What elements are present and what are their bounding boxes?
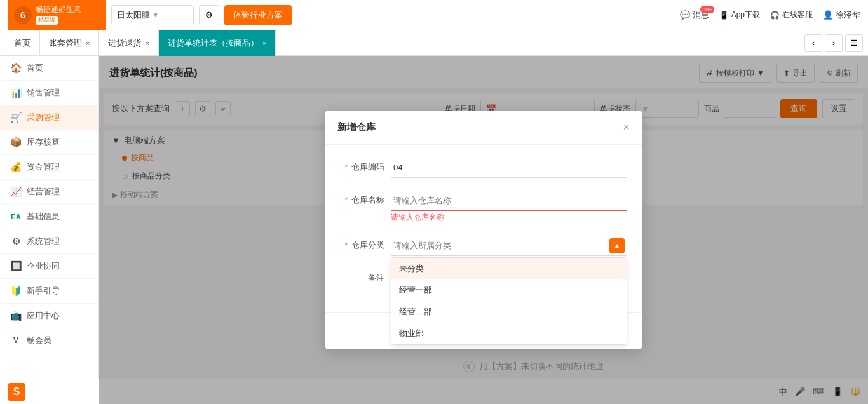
sidebar-item-label: 系统管理: [27, 236, 60, 247]
tab-purchase-return-close[interactable]: ×: [145, 39, 149, 47]
sidebar-item-system[interactable]: ⚙ 系统管理: [0, 229, 98, 254]
bottom-logo: S: [8, 383, 25, 401]
tab-purchase-return-label: 进货退货: [108, 37, 141, 49]
name-input[interactable]: [391, 191, 627, 211]
operations-icon: 📈: [10, 186, 22, 198]
logo-icon: 6: [14, 6, 32, 24]
sidebar-item-apps[interactable]: 📺 应用中心: [0, 304, 98, 328]
s-logo-icon: S: [8, 383, 25, 401]
logo-text: 畅捷通好生意 精易版: [36, 5, 81, 25]
code-field: [391, 158, 627, 178]
inventory-icon: 📦: [10, 137, 22, 148]
purchase-icon: 🛒: [10, 112, 22, 123]
add-warehouse-modal: 新增仓库 × * 仓库编码: [325, 111, 642, 349]
name-field: 请输入仓库名称: [391, 191, 627, 223]
tab-bar: 首页 账套管理 × 进货退货 × 进货单统计表（按商品） × ‹ › ☰: [0, 30, 868, 56]
modal-header: 新增仓库 ×: [325, 111, 642, 145]
tab-bar-controls: ‹ › ☰: [804, 34, 863, 52]
gear-icon: ⚙: [205, 10, 213, 20]
top-header: 6 畅捷通好生意 精易版 日太阳膜 ▼ ⚙ 体验行业方案 💬 消息 99+ 📱 …: [0, 0, 868, 30]
tab-purchase-stat-label: 进货单统计表（按商品）: [168, 37, 259, 49]
online-service-button[interactable]: 🎧 在线客服: [770, 10, 813, 20]
tab-purchase-return[interactable]: 进货退货 ×: [99, 30, 158, 56]
username-label: 徐泽华: [836, 10, 860, 21]
tab-account-label: 账套管理: [49, 37, 82, 49]
modal-close-button[interactable]: ×: [623, 121, 630, 134]
tab-purchase-stat[interactable]: 进货单统计表（按商品） ×: [159, 30, 276, 56]
sidebar-item-home[interactable]: 🏠 首页: [0, 56, 98, 81]
code-input[interactable]: [391, 158, 627, 178]
modal-overlay: 新增仓库 × * 仓库编码: [99, 56, 868, 404]
tab-home-label: 首页: [14, 37, 31, 49]
tab-account[interactable]: 账套管理 ×: [40, 30, 99, 56]
sidebar-item-operations[interactable]: 📈 经营管理: [0, 180, 98, 205]
main-layout: 🏠 首页 📊 销售管理 🛒 采购管理 📦 库存核算 💰 资金管理 📈 经: [0, 56, 868, 404]
guide-icon: 🔰: [10, 285, 22, 297]
home-icon: 🏠: [10, 62, 22, 74]
tab-purchase-stat-close[interactable]: ×: [262, 39, 266, 47]
sidebar-item-label: 经营管理: [27, 186, 60, 198]
store-name: 日太阳膜: [117, 10, 150, 21]
category-input[interactable]: [391, 236, 627, 256]
user-menu[interactable]: 👤 徐泽华: [823, 10, 860, 21]
sidebar-item-label: 基础信息: [27, 211, 60, 222]
tab-menu-button[interactable]: ☰: [845, 34, 863, 52]
sidebar-item-label: 资金管理: [27, 161, 60, 173]
name-label: * 仓库名称: [340, 191, 391, 206]
notification-button[interactable]: 💬 消息 99+: [680, 10, 709, 21]
sidebar-item-finance[interactable]: 💰 资金管理: [0, 155, 98, 180]
dropdown-item-dept3[interactable]: 物业部: [391, 323, 627, 344]
sidebar-item-label: 新手引导: [27, 285, 60, 297]
sidebar-item-label: 企业协同: [27, 260, 60, 272]
store-selector[interactable]: 日太阳膜 ▼: [111, 5, 194, 25]
warehouse-category-row: * 仓库分类 ▲ 未分类 经营一部 经营二部 物业部: [340, 236, 627, 256]
content-area: 进货单统计(按商品) 🖨 按模板打印 ▼ ⬆ 导出 ↻ 刷新 按以下方案查询: [99, 56, 868, 404]
note-label: 备注: [340, 269, 391, 284]
collab-icon: 🔲: [10, 260, 22, 272]
tab-prev-button[interactable]: ‹: [804, 34, 822, 52]
logo-area: 6 畅捷通好生意 精易版: [8, 0, 106, 30]
category-field: ▲ 未分类 经营一部 经营二部 物业部: [391, 236, 627, 256]
sales-icon: 📊: [10, 87, 22, 98]
trial-button[interactable]: 体验行业方案: [224, 5, 292, 25]
code-label: * 仓库编码: [340, 158, 391, 173]
app-download-button[interactable]: 📱 App下载: [719, 10, 760, 20]
finance-icon: 💰: [10, 161, 22, 173]
chevron-down-icon: ▼: [153, 11, 159, 18]
sidebar-item-collab[interactable]: 🔲 企业协同: [0, 254, 98, 279]
category-label: * 仓库分类: [340, 236, 391, 251]
dropdown-item-dept1[interactable]: 经营一部: [391, 279, 627, 301]
user-avatar: 👤: [823, 10, 833, 20]
dropdown-item-dept2[interactable]: 经营二部: [391, 301, 627, 323]
dropdown-item-unclassified[interactable]: 未分类: [391, 258, 627, 279]
warehouse-name-row: * 仓库名称 请输入仓库名称: [340, 191, 627, 223]
apps-icon: 📺: [10, 310, 22, 321]
name-error-msg: 请输入仓库名称: [391, 212, 627, 223]
sidebar-item-basic-info[interactable]: EA 基础信息: [0, 205, 98, 229]
category-toggle-icon[interactable]: ▲: [609, 238, 625, 253]
modal-title: 新增仓库: [337, 121, 376, 133]
modal-body: * 仓库编码 * 仓库名称: [325, 145, 642, 312]
tab-home[interactable]: 首页: [5, 30, 40, 56]
sidebar-item-label: 首页: [27, 62, 43, 74]
settings-gear-button[interactable]: ⚙: [199, 5, 219, 25]
sidebar-item-sales[interactable]: 📊 销售管理: [0, 81, 98, 105]
tab-next-button[interactable]: ›: [825, 34, 843, 52]
notification-badge: 99+: [700, 6, 714, 13]
sidebar: 🏠 首页 📊 销售管理 🛒 采购管理 📦 库存核算 💰 资金管理 📈 经: [0, 56, 99, 404]
sidebar-item-label: 畅会员: [27, 335, 51, 346]
sidebar-item-label: 采购管理: [27, 112, 60, 123]
message-icon: 💬: [680, 10, 690, 20]
sidebar-item-inventory[interactable]: 📦 库存核算: [0, 130, 98, 155]
headset-icon: 🎧: [770, 11, 780, 20]
sidebar-item-purchase[interactable]: 🛒 采购管理: [0, 105, 98, 130]
phone-icon: 📱: [719, 11, 729, 20]
basic-info-icon: EA: [10, 211, 22, 222]
sidebar-item-label: 库存核算: [27, 137, 60, 148]
member-icon: V: [10, 335, 22, 346]
sidebar-item-member[interactable]: V 畅会员: [0, 328, 98, 353]
sidebar-item-label: 应用中心: [27, 310, 60, 321]
sidebar-item-guide[interactable]: 🔰 新手引导: [0, 279, 98, 304]
tab-account-close[interactable]: ×: [86, 39, 90, 47]
system-icon: ⚙: [10, 236, 22, 247]
